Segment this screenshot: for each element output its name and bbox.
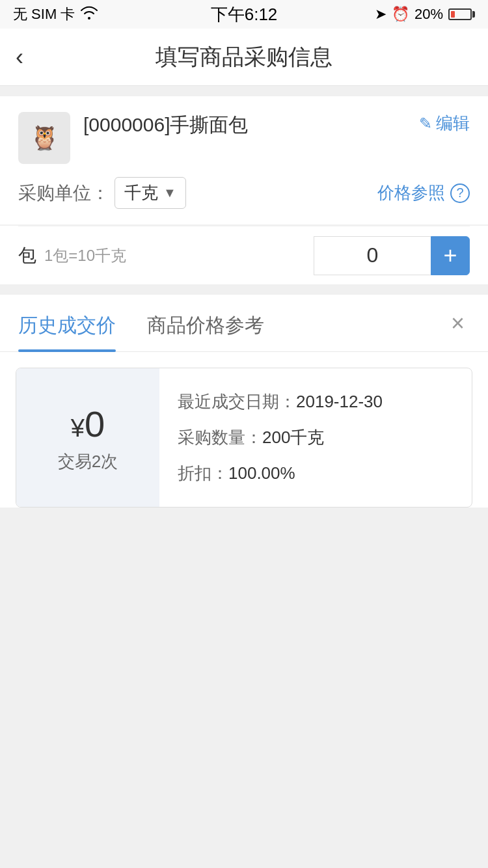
product-info: 🦉 [0000006]手撕面包 xyxy=(18,112,248,164)
product-unit-row: 采购单位： 千克 ▼ 价格参照 ? xyxy=(18,177,470,209)
quantity-unit-badge: 包 xyxy=(18,243,36,268)
quantity-unit-sub: 1包=10千克 xyxy=(44,245,126,266)
price-qty-row: 采购数量：200千克 xyxy=(178,425,454,450)
edit-icon: ✎ xyxy=(419,115,432,133)
price-date-label: 最近成交日期： xyxy=(178,392,296,411)
battery-percent: 20% xyxy=(414,6,443,23)
product-header: 🦉 [0000006]手撕面包 ✎ 编辑 xyxy=(18,112,470,164)
status-left: 无 SIM 卡 xyxy=(13,5,98,24)
alarm-icon: ⏰ xyxy=(392,6,409,23)
bottom-space xyxy=(0,523,488,868)
status-bar: 无 SIM 卡 下午6:12 ➤ ⏰ 20% xyxy=(0,0,488,29)
quantity-row: 包 1包=10千克 0 + xyxy=(18,226,470,284)
price-discount-row: 折扣：100.00% xyxy=(178,461,454,486)
product-thumbnail: 🦉 xyxy=(18,112,70,164)
price-discount-label: 折扣： xyxy=(178,463,228,483)
currency-symbol: ¥ xyxy=(71,414,85,442)
price-amount: 0 xyxy=(85,403,105,444)
edit-button[interactable]: ✎ 编辑 xyxy=(419,112,470,135)
unit-select-button[interactable]: 千克 ▼ xyxy=(115,177,186,209)
quantity-input[interactable]: 0 xyxy=(314,236,431,275)
carrier-text: 无 SIM 卡 xyxy=(13,5,75,24)
price-reference-button[interactable]: 价格参照 ? xyxy=(377,182,470,204)
tab-history-price[interactable]: 历史成交价 xyxy=(18,295,116,352)
price-card-left: ¥0 交易2次 xyxy=(16,368,159,507)
back-button[interactable]: ‹ xyxy=(16,44,23,71)
price-card-right: 最近成交日期：2019-12-30 采购数量：200千克 折扣：100.00% xyxy=(159,368,472,507)
status-right: ➤ ⏰ 20% xyxy=(375,6,475,23)
tabs-list: 历史成交价 商品价格参考 xyxy=(18,295,264,352)
edit-label: 编辑 xyxy=(436,112,470,135)
quantity-section: 包 1包=10千克 0 + xyxy=(0,226,488,284)
page-title: 填写商品采购信息 xyxy=(156,42,332,72)
price-value: ¥0 xyxy=(71,403,105,445)
tab-product-price-ref[interactable]: 商品价格参考 xyxy=(147,295,264,352)
tabs-header: 历史成交价 商品价格参考 × xyxy=(0,295,488,352)
product-logo-icon: 🦉 xyxy=(30,124,59,152)
quantity-plus-button[interactable]: + xyxy=(431,236,470,275)
product-card: 🦉 [0000006]手撕面包 ✎ 编辑 采购单位： 千克 ▼ 价格参照 ? xyxy=(0,96,488,224)
unit-label: 采购单位： xyxy=(18,181,109,206)
battery-icon xyxy=(448,8,475,20)
status-time: 下午6:12 xyxy=(211,3,278,26)
unit-value: 千克 xyxy=(124,182,158,204)
tabs-panel: 历史成交价 商品价格参考 × ¥0 交易2次 最近成交日期：2019-12-30… xyxy=(0,295,488,508)
price-ref-help-icon: ? xyxy=(450,183,470,203)
product-name-container: [0000006]手撕面包 xyxy=(83,112,248,139)
price-ref-label: 价格参照 xyxy=(377,182,445,204)
price-date-row: 最近成交日期：2019-12-30 xyxy=(178,389,454,414)
quantity-unit-info: 包 1包=10千克 xyxy=(18,243,126,268)
price-date-value: 2019-12-30 xyxy=(296,392,383,411)
nav-bar: ‹ 填写商品采购信息 xyxy=(0,29,488,86)
quantity-control: 0 + xyxy=(314,236,470,275)
price-qty-label: 采购数量： xyxy=(178,427,262,447)
tabs-close-button[interactable]: × xyxy=(446,305,470,342)
price-discount-value: 100.00% xyxy=(228,463,295,483)
price-qty-value: 200千克 xyxy=(262,427,324,447)
unit-dropdown-icon: ▼ xyxy=(163,185,176,200)
unit-selector-group: 采购单位： 千克 ▼ xyxy=(18,177,186,209)
wifi-icon xyxy=(80,5,98,23)
price-card: ¥0 交易2次 最近成交日期：2019-12-30 采购数量：200千克 折扣：… xyxy=(16,368,472,508)
location-icon: ➤ xyxy=(375,6,386,23)
product-name: [0000006]手撕面包 xyxy=(83,111,248,135)
price-trades: 交易2次 xyxy=(58,450,118,473)
